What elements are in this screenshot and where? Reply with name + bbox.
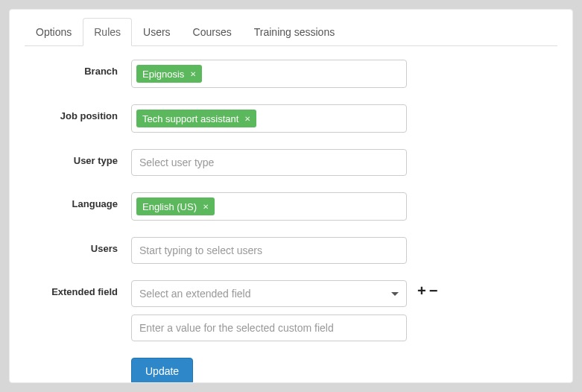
chevron-down-icon — [391, 292, 399, 296]
label-language: Language — [23, 192, 131, 209]
tabs: Options Rules Users Courses Training ses… — [25, 10, 557, 46]
row-language: Language English (US) ✕ — [16, 192, 566, 221]
panel: Options Rules Users Courses Training ses… — [9, 9, 573, 383]
minus-icon[interactable]: − — [429, 283, 438, 298]
user-type-placeholder: Select user type — [136, 157, 214, 168]
job-position-tag: Tech support assistant ✕ — [136, 110, 256, 127]
branch-tag-label: Epignosis — [142, 69, 184, 80]
extended-field-select-placeholder: Select an extended field — [139, 288, 250, 300]
language-input[interactable]: English (US) ✕ — [131, 192, 407, 221]
label-users: Users — [23, 237, 131, 254]
users-input[interactable]: Start typing to select users — [131, 237, 407, 264]
tab-training-sessions[interactable]: Training sessions — [243, 18, 346, 46]
tab-rules[interactable]: Rules — [83, 18, 132, 46]
branch-tag: Epignosis ✕ — [136, 65, 202, 83]
row-user-type: User type Select user type — [16, 149, 566, 176]
remove-tag-icon[interactable]: ✕ — [244, 115, 250, 123]
tab-options[interactable]: Options — [25, 18, 83, 46]
tab-users[interactable]: Users — [132, 18, 182, 46]
extended-field-controls: + − — [407, 280, 437, 298]
language-tag-label: English (US) — [142, 201, 197, 212]
update-button[interactable]: Update — [131, 358, 193, 383]
label-branch: Branch — [23, 60, 131, 77]
row-extended-field: Extended field Select an extended field … — [16, 280, 566, 341]
label-user-type: User type — [23, 149, 131, 166]
row-branch: Branch Epignosis ✕ — [16, 60, 566, 88]
user-type-input[interactable]: Select user type — [131, 149, 407, 176]
plus-icon[interactable]: + — [417, 283, 426, 298]
label-extended-field: Extended field — [23, 280, 131, 297]
row-users: Users Start typing to select users — [16, 237, 566, 264]
job-position-input[interactable]: Tech support assistant ✕ — [131, 104, 407, 133]
remove-tag-icon[interactable]: ✕ — [203, 203, 209, 211]
label-job-position: Job position — [23, 104, 131, 121]
branch-input[interactable]: Epignosis ✕ — [131, 60, 407, 88]
remove-tag-icon[interactable]: ✕ — [190, 70, 196, 78]
row-submit: Update — [16, 358, 566, 383]
language-tag: English (US) ✕ — [136, 197, 215, 215]
users-placeholder: Start typing to select users — [136, 244, 262, 256]
extended-field-value-input[interactable] — [131, 314, 407, 341]
extended-field-select[interactable]: Select an extended field — [131, 280, 407, 307]
job-position-tag-label: Tech support assistant — [142, 113, 238, 124]
row-job-position: Job position Tech support assistant ✕ — [16, 104, 566, 133]
tab-courses[interactable]: Courses — [182, 18, 243, 46]
